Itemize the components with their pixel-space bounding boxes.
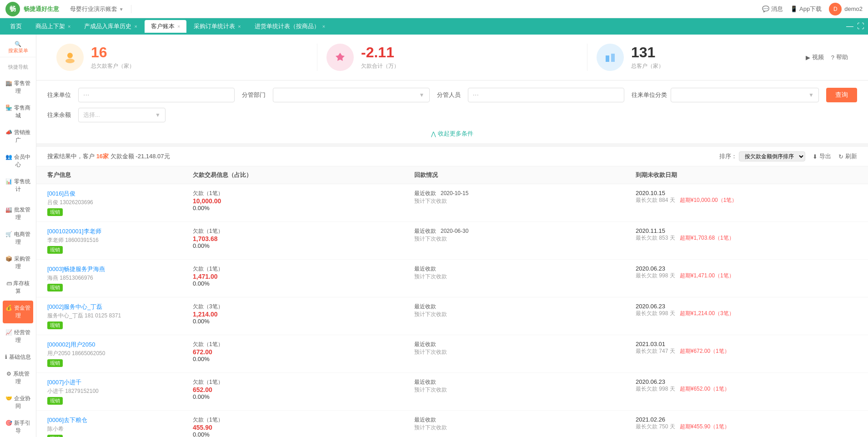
- tab-home[interactable]: 首页: [4, 20, 28, 33]
- debt-amount: -21,148.07元: [135, 153, 170, 160]
- sidebar-item-operations[interactable]: 📈 经营管理: [3, 325, 33, 348]
- overdue-link[interactable]: 超期¥10,000.00（1笔）: [680, 197, 738, 203]
- stat-icon-debt: [326, 44, 354, 71]
- sidebar-item-ecommerce[interactable]: 🛒 电商管理: [3, 227, 33, 250]
- video-button[interactable]: ▶ 视频: [806, 53, 824, 61]
- customer-tag: 现销: [47, 208, 63, 216]
- app-download-button[interactable]: 📱 App下载: [790, 5, 822, 13]
- svg-rect-5: [606, 55, 609, 62]
- customer-cell: [0016]吕俊 吕俊 13026203696 现销: [47, 190, 193, 216]
- overdue-link[interactable]: 超期¥672.00（1笔）: [680, 348, 730, 354]
- payment-cell: 最近收款 预计下次收款: [414, 265, 636, 281]
- overdue-link[interactable]: 超期¥455.90（1笔）: [680, 423, 730, 430]
- customer-name-link[interactable]: [0016]吕俊: [47, 190, 75, 197]
- sidebar-item-guide[interactable]: 🎯 新手引导: [3, 416, 33, 437]
- message-button[interactable]: 💬 消息: [762, 5, 783, 13]
- filter-input-category[interactable]: ▼: [671, 88, 819, 102]
- sidebar-item-inventory[interactable]: 🗃 库存核算: [3, 276, 33, 299]
- refresh-button[interactable]: ↻ 刷新: [838, 152, 857, 161]
- filter-input-dept[interactable]: ▼: [273, 88, 429, 102]
- stat-icon-customers: [56, 44, 84, 71]
- customer-cell: [0001020001]李老师 李老师 18600391516 现销: [47, 227, 193, 254]
- help-icon: ?: [831, 54, 834, 61]
- customer-phone: 服务中心_丁磊 181 0125 8371: [47, 312, 193, 320]
- retail-mgmt-icon: 🏬: [5, 80, 12, 86]
- filter-area: 往来单位 ··· 分管部门 ▼ 分管人员 ···: [36, 80, 868, 143]
- stat-card-customers: 16 总欠款客户（家）: [47, 44, 317, 71]
- overdue-link[interactable]: 超期¥652.00（1笔）: [680, 386, 730, 392]
- customer-name-link[interactable]: [0006]去下粮仓: [47, 417, 87, 423]
- collapse-button[interactable]: ⋀ 收起更多条件: [429, 128, 475, 140]
- export-button[interactable]: ⬇ 导出: [813, 152, 831, 161]
- sidebar-item-purchase[interactable]: 📦 采购管理: [3, 251, 33, 274]
- sort-select[interactable]: 按欠款金额倒序排序: [739, 151, 805, 161]
- result-actions: 排序： 按欠款金额倒序排序 ⬇ 导出 ↻ 刷新: [719, 151, 857, 161]
- tab-close-icon[interactable]: ×: [238, 24, 241, 29]
- debt-amount-value: 10,000.00: [193, 197, 414, 205]
- customer-name-link[interactable]: [000002]用户2050: [47, 341, 95, 348]
- retail-stats-icon: 📊: [5, 178, 12, 185]
- customer-name-link[interactable]: [0001020001]李老师: [47, 228, 101, 235]
- customer-name-link[interactable]: [0002]服务中心_丁磊: [47, 303, 102, 310]
- sidebar-item-quick-nav: 快捷导航: [3, 60, 33, 74]
- sidebar-item-finance[interactable]: 💰 资金管理: [3, 301, 33, 323]
- tab-customer-account[interactable]: 客户账本 ×: [145, 20, 186, 33]
- sidebar-item-wholesale[interactable]: 🏭 批发管理: [3, 202, 33, 225]
- dots-icon: ···: [473, 91, 479, 99]
- dropdown-arrow-icon: ▼: [808, 92, 814, 98]
- payment-cell: 最近收款 预计下次收款: [414, 303, 636, 318]
- main-layout: 🔍 搜索菜单 快捷导航 🏬 零售管理 🏪 零售商城 📣 营销推广 👥 会员中心 …: [0, 35, 868, 437]
- user-avatar[interactable]: D demo2: [829, 3, 863, 15]
- query-button[interactable]: 查询: [826, 88, 857, 102]
- inventory-icon: 🗃: [6, 280, 12, 286]
- sidebar-item-member[interactable]: 👥 会员中心: [3, 150, 33, 172]
- tab-home-label: 首页: [10, 22, 22, 30]
- tab-product-history[interactable]: 产成品入库单历史 ×: [78, 20, 143, 33]
- sidebar-item-retail-mgmt[interactable]: 🏬 零售管理: [3, 76, 33, 99]
- video-icon: ▶: [806, 54, 810, 61]
- sidebar-item-retail-mall[interactable]: 🏪 零售商城: [3, 100, 33, 123]
- due-date-cell: 2020.06.23 最长欠款 998 天 超期¥652.00（1笔）: [636, 378, 857, 393]
- customer-tag: 现销: [47, 284, 63, 291]
- filter-label-unit: 往来单位: [47, 91, 75, 99]
- tab-goods-listing[interactable]: 商品上下架 ×: [29, 20, 77, 33]
- filter-input-unit[interactable]: ···: [78, 88, 235, 102]
- tab-close-icon[interactable]: ×: [68, 24, 70, 29]
- tab-fullscreen-icon[interactable]: ⛶: [857, 22, 864, 30]
- customer-phone: 海燕 18513066976: [47, 274, 193, 282]
- sidebar-item-basic-info[interactable]: ℹ 基础信息: [3, 350, 33, 365]
- overdue-link[interactable]: 超期¥1,214.00（3笔）: [680, 310, 734, 316]
- overdue-link[interactable]: 超期¥1,471.00（1笔）: [680, 272, 734, 279]
- customer-tag: 现销: [47, 246, 63, 254]
- logo-text: 畅捷通好生意: [24, 5, 59, 13]
- help-button[interactable]: ? 帮助: [831, 53, 848, 61]
- sidebar-search[interactable]: 🔍 搜索菜单: [0, 38, 36, 57]
- filter-item-balance: 往来余额 选择... ▼: [47, 108, 166, 122]
- guide-icon: 🎯: [5, 420, 12, 426]
- stat-label-debt: 欠款合计（万）: [361, 62, 399, 70]
- sidebar-item-collab[interactable]: 🤝 企业协同: [3, 391, 33, 414]
- payment-cell: 最近收款 预计下次收款: [414, 378, 636, 394]
- debt-cell: 欠款（1笔） 10,000.00 0.00%: [193, 190, 414, 211]
- filter-input-person[interactable]: ···: [468, 88, 624, 102]
- sidebar: 🔍 搜索菜单 快捷导航 🏬 零售管理 🏪 零售商城 📣 营销推广 👥 会员中心 …: [0, 35, 36, 437]
- customer-cell: [0002]服务中心_丁磊 服务中心_丁磊 181 0125 8371 现销: [47, 303, 193, 329]
- sidebar-item-system[interactable]: ⚙ 系统管理: [3, 367, 33, 389]
- customer-name-link[interactable]: [0007]小进千: [47, 379, 81, 386]
- company-name[interactable]: 母婴行业演示账套 ▼: [63, 5, 131, 13]
- tab-stock-stats[interactable]: 进货单统计表（按商品） ×: [248, 20, 331, 33]
- sidebar-item-marketing[interactable]: 📣 营销推广: [3, 125, 33, 148]
- sidebar-item-retail-stats[interactable]: 📊 零售统计: [3, 174, 33, 197]
- dots-icon: ···: [83, 91, 89, 99]
- svg-point-2: [65, 59, 75, 63]
- tab-collapse-icon[interactable]: —: [846, 22, 853, 30]
- tab-close-icon[interactable]: ×: [177, 24, 180, 29]
- tab-close-icon[interactable]: ×: [134, 24, 137, 29]
- stat-value-debt: -2.11: [361, 45, 399, 60]
- overdue-link[interactable]: 超期¥1,703.68（1笔）: [680, 235, 734, 241]
- customer-name-link[interactable]: [0003]畅捷服务尹海燕: [47, 266, 105, 272]
- search-icon: 🔍: [15, 41, 21, 47]
- tab-close-icon[interactable]: ×: [322, 24, 325, 29]
- tab-purchase-stats[interactable]: 采购订单统计表 ×: [187, 20, 247, 33]
- filter-input-balance[interactable]: 选择... ▼: [78, 108, 166, 122]
